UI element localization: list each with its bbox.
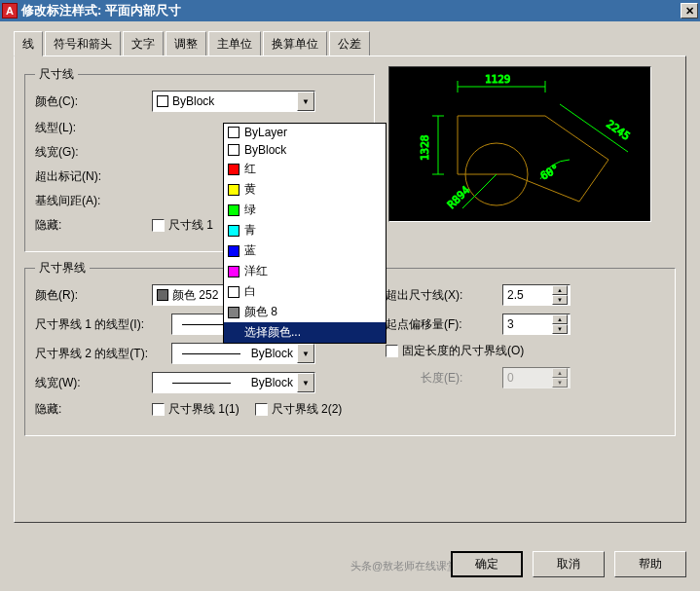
color-option-label: 红 (244, 161, 256, 177)
extline-fixed-label: 固定长度的尺寸界线(O) (402, 343, 524, 359)
spin-down-icon[interactable]: ▼ (552, 295, 568, 305)
color-option-label: 蓝 (244, 242, 256, 259)
extline-suppress1-checkbox[interactable]: 尺寸界线 1(1) (152, 401, 239, 418)
extline-suppress2-checkbox[interactable]: 尺寸界线 2(2) (255, 401, 343, 418)
color-swatch-icon (228, 144, 239, 156)
dimension-line-legend: 尺寸线 (35, 66, 78, 83)
app-icon: A (2, 3, 18, 18)
title-bar: A 修改标注样式: 平面内部尺寸 ✕ (0, 0, 700, 21)
color-swatch-icon (228, 266, 239, 277)
color-option[interactable]: 黄 (224, 179, 386, 200)
extline-color-label: 颜色(R): (35, 287, 152, 304)
extline-extend-label: 超出尺寸线(X): (386, 287, 502, 304)
color-option-label: ByLayer (244, 126, 287, 139)
chevron-down-icon[interactable]: ▼ (297, 373, 314, 392)
spin-up-icon[interactable]: ▲ (552, 285, 568, 295)
tab-fit[interactable]: 调整 (166, 31, 206, 56)
color-option-label: 洋红 (244, 263, 268, 279)
color-option[interactable]: 洋红 (224, 261, 386, 281)
tab-arrows[interactable]: 符号和箭头 (45, 31, 121, 56)
dimline-color-label: 颜色(C): (35, 93, 152, 110)
extline-offset-label: 起点偏移量(F): (386, 316, 502, 333)
extline-suppress-label: 隐藏: (35, 401, 152, 418)
color-option-label: 颜色 8 (244, 304, 277, 320)
dimline-suppress1-checkbox[interactable]: 尺寸线 1 (152, 217, 213, 234)
tab-strip: 线 符号和箭头 文字 调整 主单位 换算单位 公差 (14, 31, 686, 56)
extension-line-legend: 尺寸界线 (35, 260, 90, 277)
extline-extend-input[interactable] (503, 285, 552, 305)
color-swatch-icon (228, 184, 239, 196)
preview-dim-left: 1328 (419, 135, 431, 162)
extline-lineweight-label: 线宽(W): (35, 375, 152, 391)
color-swatch-icon (228, 307, 239, 318)
extline-linetype1-label: 尺寸界线 1 的线型(I): (35, 316, 171, 333)
color-swatch-icon (228, 286, 239, 298)
extline-length-label: 长度(E): (421, 370, 502, 387)
dimline-suppress1-label: 尺寸线 1 (168, 217, 213, 234)
extline-length-input (503, 368, 552, 388)
color-option[interactable]: 白 (224, 281, 386, 302)
watermark-text: 头条@敖老师在线课堂 (350, 559, 458, 573)
dialog-buttons: 确定 取消 帮助 (451, 551, 686, 577)
dimline-suppress-label: 隐藏: (35, 217, 152, 234)
dimline-color-value: ByBlock (172, 94, 214, 108)
extline-offset-input[interactable] (503, 314, 552, 334)
dimline-lineweight-label: 线宽(G): (35, 144, 152, 161)
preview-svg: 1129 1328 2245 60° R894 (389, 67, 652, 223)
tab-alt-units[interactable]: 换算单位 (263, 31, 327, 56)
color-option-label: 青 (244, 222, 256, 239)
spin-down-icon: ▼ (552, 378, 568, 388)
color-option[interactable]: ByBlock (224, 141, 386, 159)
color-option[interactable]: 颜色 8 (224, 302, 386, 322)
spin-up-icon: ▲ (552, 368, 568, 378)
color-option[interactable]: 蓝 (224, 240, 386, 261)
preview-dim-top: 1129 (485, 73, 511, 86)
cancel-button[interactable]: 取消 (533, 551, 605, 577)
ok-button[interactable]: 确定 (451, 551, 523, 577)
color-option[interactable]: 选择颜色... (224, 322, 386, 343)
color-option-label: ByBlock (244, 143, 286, 157)
color-option-label: 白 (244, 283, 256, 300)
extline-linetype2-combo[interactable]: ByBlock ▼ (171, 343, 315, 364)
tab-primary-units[interactable]: 主单位 (208, 31, 261, 56)
dialog-body: 线 符号和箭头 文字 调整 主单位 换算单位 公差 尺寸线 颜色(C): ByB… (0, 21, 700, 591)
dialog-title: 修改标注样式: 平面内部尺寸 (21, 2, 681, 19)
dimline-linetype-label: 线型(L): (35, 120, 152, 136)
color-dropdown[interactable]: ByLayerByBlock红黄绿青蓝洋红白颜色 8选择颜色... (223, 123, 387, 344)
color-swatch-icon (228, 204, 239, 216)
extline-length-spinner: ▲▼ (502, 367, 571, 388)
chevron-down-icon[interactable]: ▼ (297, 92, 314, 111)
color-option[interactable]: 红 (224, 159, 386, 179)
spin-down-icon[interactable]: ▼ (552, 324, 568, 334)
color-swatch-icon (228, 225, 239, 237)
extline-linetype2-label: 尺寸界线 2 的线型(T): (35, 346, 171, 362)
dimension-line-group: 尺寸线 颜色(C): ByBlock ▼ 线型(L): (24, 66, 375, 252)
extline-lineweight-combo[interactable]: ByBlock ▼ (152, 372, 315, 393)
extline-suppress2-label: 尺寸界线 2(2) (272, 401, 343, 418)
chevron-down-icon[interactable]: ▼ (297, 344, 314, 363)
help-button[interactable]: 帮助 (614, 551, 686, 577)
color-option-label: 绿 (244, 202, 256, 218)
color-swatch-icon (228, 164, 239, 175)
extline-fixed-checkbox[interactable]: 固定长度的尺寸界线(O) (386, 343, 524, 359)
dimline-color-combo[interactable]: ByBlock ▼ (152, 91, 315, 112)
color-option[interactable]: 绿 (224, 200, 386, 220)
color-swatch-icon (228, 127, 239, 138)
color-option[interactable]: ByLayer (224, 124, 386, 141)
spin-up-icon[interactable]: ▲ (552, 314, 568, 324)
close-button[interactable]: ✕ (681, 3, 698, 18)
tab-text[interactable]: 文字 (123, 31, 164, 56)
color-option-label: 选择颜色... (244, 324, 301, 341)
preview-dim-arc: 60° (538, 162, 562, 182)
tab-tolerance[interactable]: 公差 (329, 31, 370, 56)
extline-offset-spinner[interactable]: ▲▼ (502, 314, 571, 335)
extline-extend-spinner[interactable]: ▲▼ (502, 284, 571, 306)
preview-panel: 1129 1328 2245 60° R894 (388, 66, 651, 222)
extline-linetype2-value: ByBlock (251, 347, 293, 360)
color-swatch-icon (228, 245, 239, 257)
extline-color-value: 颜色 252 (172, 287, 218, 304)
tab-line[interactable]: 线 (14, 31, 43, 56)
color-option[interactable]: 青 (224, 220, 386, 240)
preview-dim-right: 2245 (604, 118, 632, 143)
dimline-extend-label: 超出标记(N): (35, 168, 152, 185)
